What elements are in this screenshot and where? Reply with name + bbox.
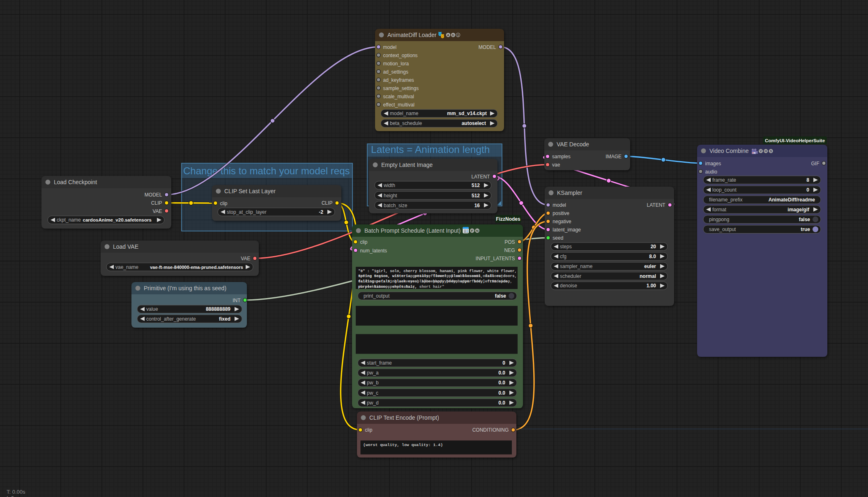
svg-text:Empty Latent Image: Empty Latent Image (381, 162, 433, 168)
svg-text:normal: normal (640, 273, 656, 279)
svg-text:vae_name: vae_name (115, 264, 138, 270)
svg-text:Primitive (I'm using this as s: Primitive (I'm using this as seed) (144, 285, 226, 291)
svg-text:start_frame: start_frame (367, 360, 392, 366)
svg-text:GIF: GIF (811, 161, 820, 166)
svg-text:1.00: 1.00 (647, 283, 656, 289)
svg-text:D: D (452, 33, 454, 37)
svg-text:phrpeek6a1no,sporplea6a1ç, sho: phrpeek6a1no,sporplea6a1ç, short hair" (358, 284, 444, 289)
svg-text:I: 0: I: 0 (7, 495, 14, 497)
svg-text:888888889: 888888889 (206, 306, 230, 312)
svg-text:clip: clip (220, 201, 228, 206)
svg-text:autoselect: autoselect (462, 120, 486, 126)
svg-text:height: height (384, 193, 397, 199)
svg-text:format: format (712, 207, 727, 213)
svg-text:loop_count: loop_count (712, 187, 737, 193)
svg-text:AnimateDiff Loader: AnimateDiff Loader (387, 32, 437, 38)
svg-text:control_after_generate: control_after_generate (146, 316, 196, 322)
svg-text:0.0: 0.0 (498, 400, 505, 406)
svg-text:effect_multival: effect_multival (383, 102, 414, 108)
svg-text:V: V (760, 149, 762, 153)
svg-text:clip: clip (360, 239, 367, 245)
svg-text:context_options: context_options (383, 53, 418, 58)
svg-text:beta_schedule: beta_schedule (390, 120, 422, 126)
svg-text:batch_size: batch_size (384, 203, 408, 208)
svg-text:A: A (447, 33, 449, 37)
svg-text:AnimateDiff/readme: AnimateDiff/readme (769, 197, 815, 203)
svg-text:0.0: 0.0 (498, 380, 505, 386)
svg-text:ad_settings: ad_settings (383, 69, 408, 75)
svg-text:NEG: NEG (504, 247, 515, 253)
svg-text:motion_lora: motion_lora (383, 61, 409, 67)
svg-text:denoise: denoise (560, 283, 577, 289)
svg-text:cfg: cfg (560, 254, 566, 259)
svg-text:LATENT: LATENT (647, 202, 666, 208)
svg-text:CONDITIONING: CONDITIONING (472, 427, 509, 433)
svg-text:pw_a: pw_a (367, 370, 379, 376)
svg-text:seed: seed (553, 235, 563, 241)
svg-text:Change this to match your mode: Change this to match your model reqs (183, 165, 350, 176)
svg-text:vae-ft-mse-840000-ema-pruned.s: vae-ft-mse-840000-ema-pruned.safetensors (150, 265, 243, 270)
svg-text:-2: -2 (319, 209, 323, 215)
svg-text:model: model (553, 202, 566, 208)
svg-text:false: false (799, 217, 810, 222)
svg-text:vae: vae (552, 162, 560, 168)
svg-text:S: S (770, 149, 772, 153)
svg-text:5p51ng 5eg1oa, w15ter1angetale: 5p51ng 5eg1oa, w15ter1angetaleyeflowerlo… (358, 274, 503, 278)
svg-text:num_latents: num_latents (360, 248, 387, 254)
svg-text:sample_settings: sample_settings (383, 86, 419, 91)
svg-text:VAE: VAE (152, 208, 162, 214)
svg-text:16: 16 (474, 203, 480, 208)
svg-text:IMAGE: IMAGE (606, 154, 622, 160)
svg-text:POS: POS (504, 239, 515, 245)
svg-text:latent_image: latent_image (553, 227, 581, 233)
svg-text:clip: clip (365, 427, 372, 433)
svg-text:filename_prefix: filename_prefix (709, 197, 742, 203)
svg-text:(worst quality, low quality: 1: (worst quality, low quality: 1.4) (363, 443, 443, 447)
svg-text:value: value (146, 306, 158, 312)
svg-text:image/gif: image/gif (787, 207, 810, 213)
svg-text:20: 20 (651, 244, 656, 250)
svg-text:scheduler: scheduler (560, 273, 581, 279)
svg-text:Video Combine: Video Combine (709, 148, 749, 154)
svg-text:fixed: fixed (219, 316, 230, 322)
svg-text:CLIP Set Last Layer: CLIP Set Last Layer (224, 188, 276, 194)
svg-text:N: N (476, 229, 479, 233)
svg-text:frame_rate: frame_rate (712, 177, 736, 183)
svg-text:false: false (495, 293, 507, 299)
svg-text:CLIP: CLIP (322, 200, 333, 206)
svg-text:pw_d: pw_d (367, 400, 379, 406)
svg-text:INT: INT (233, 298, 241, 303)
svg-text:CLIP Text Encode (Prompt): CLIP Text Encode (Prompt) (369, 414, 439, 421)
svg-text:images: images (705, 161, 721, 166)
svg-text:6a1d1ogspefal51nglaehvesesblap: 6a1d1ogspefal51nglaehvesesblapheeybodyyp… (358, 279, 512, 284)
svg-text:print_output: print_output (364, 293, 390, 299)
svg-text:Load VAE: Load VAE (113, 243, 138, 250)
svg-text:Load Checkpoint: Load Checkpoint (54, 179, 97, 185)
svg-text:VAE Decode: VAE Decode (557, 141, 589, 148)
svg-text:width: width (383, 183, 395, 188)
svg-text:model: model (383, 44, 397, 50)
svg-text:samples: samples (552, 154, 571, 160)
svg-text:ckpt_name: ckpt_name (57, 217, 81, 223)
svg-text:pingpong: pingpong (709, 217, 729, 222)
svg-text:mm_sd_v14.ckpt: mm_sd_v14.ckpt (447, 111, 487, 116)
svg-text:negative: negative (553, 219, 571, 224)
svg-text:8.0: 8.0 (649, 254, 656, 259)
svg-text:pw_b: pw_b (367, 380, 379, 386)
svg-text:KSampler: KSampler (557, 190, 583, 196)
svg-text:scale_multival: scale_multival (383, 94, 414, 99)
svg-text:true: true (801, 227, 810, 232)
svg-text:0: 0 (502, 360, 505, 366)
svg-text:MODEL: MODEL (145, 192, 162, 198)
svg-text:"0" : "1girl, solo, cherry blo: "0" : "1girl, solo, cherry blossom, hana… (358, 269, 517, 273)
svg-text:steps: steps (560, 244, 572, 250)
svg-text:ComfyUI-VideoHelperSuite: ComfyUI-VideoHelperSuite (765, 138, 825, 143)
svg-text:LATENT: LATENT (471, 174, 490, 180)
svg-text:model_name: model_name (390, 111, 419, 116)
svg-text:VAE: VAE (241, 256, 250, 261)
svg-text:Latents = Animation length: Latents = Animation length (371, 144, 490, 155)
svg-text:save_output: save_output (709, 227, 736, 232)
svg-text:stop_at_clip_layer: stop_at_clip_layer (227, 209, 267, 215)
svg-text:0: 0 (806, 187, 809, 193)
svg-text:0.0: 0.0 (498, 390, 505, 396)
